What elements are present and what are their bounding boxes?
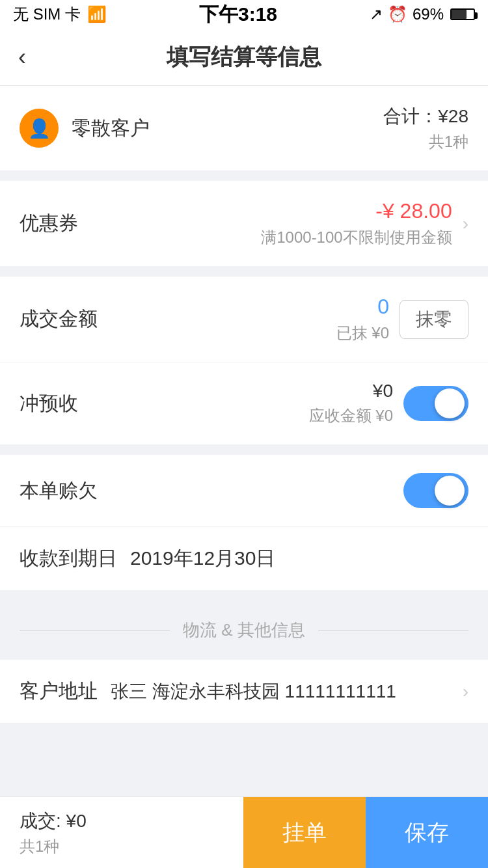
battery-percent: 69% xyxy=(413,5,444,23)
location-icon: ↗ xyxy=(370,5,383,23)
toggle-knob xyxy=(435,388,465,418)
prepaid-right: ¥0 应收金额 ¥0 xyxy=(309,381,468,426)
bottom-count: 共1种 xyxy=(20,836,224,857)
due-date-value: 2019年12月30日 xyxy=(130,545,275,572)
save-button[interactable]: 保存 xyxy=(366,797,488,868)
status-bar: 无 SIM 卡 📶 下午3:18 ↗ ⏰ 69% xyxy=(0,0,488,29)
customer-left: 👤 零散客户 xyxy=(20,109,150,148)
battery-icon xyxy=(450,8,475,20)
status-bar-left: 无 SIM 卡 📶 xyxy=(13,4,107,25)
round-zero-button[interactable]: 抹零 xyxy=(400,300,468,339)
customer-total: 合计：¥28 共1种 xyxy=(383,104,468,152)
status-bar-right: ↗ ⏰ 69% xyxy=(370,5,475,23)
coupon-row[interactable]: 优惠券 -¥ 28.00 满1000-100不限制使用金额 › xyxy=(0,181,488,266)
customer-section: 👤 零散客户 合计：¥28 共1种 xyxy=(0,86,488,170)
coupon-section[interactable]: 优惠券 -¥ 28.00 满1000-100不限制使用金额 › xyxy=(0,181,488,266)
due-date-row: 收款到期日 2019年12月30日 xyxy=(0,527,488,590)
carrier-label: 无 SIM 卡 xyxy=(13,4,81,25)
total-amount: 合计：¥28 xyxy=(383,104,468,129)
deal-value: 0 xyxy=(336,295,389,319)
debt-toggle[interactable] xyxy=(403,473,468,508)
coupon-desc: 满1000-100不限制使用金额 xyxy=(261,227,452,248)
back-button[interactable]: ‹ xyxy=(18,44,26,71)
debt-row: 本单赊欠 xyxy=(0,455,488,527)
deal-right: 0 已抹 ¥0 抹零 xyxy=(336,295,468,344)
debt-label: 本单赊欠 xyxy=(20,478,98,504)
chevron-right-icon: › xyxy=(463,213,468,234)
prepaid-value: ¥0 xyxy=(309,381,393,401)
bottom-bar: 成交: ¥0 共1种 挂单 保存 xyxy=(0,796,488,868)
bottom-deal-value: ¥0 xyxy=(66,811,87,831)
prepaid-toggle[interactable] xyxy=(403,386,468,421)
wifi-icon: 📶 xyxy=(87,5,107,23)
avatar-icon: 👤 xyxy=(28,118,51,139)
status-bar-time: 下午3:18 xyxy=(199,1,277,28)
bottom-info: 成交: ¥0 共1种 xyxy=(0,797,243,868)
divider-line-right xyxy=(318,630,468,631)
due-date-label: 收款到期日 xyxy=(20,545,117,572)
logistics-divider: 物流 & 其他信息 xyxy=(0,601,488,660)
coupon-discount: -¥ 28.00 xyxy=(261,199,452,223)
address-chevron-icon: › xyxy=(463,681,468,702)
logistics-label: 物流 & 其他信息 xyxy=(183,619,305,642)
customer-row: 👤 零散客户 合计：¥28 共1种 xyxy=(0,86,488,170)
address-section[interactable]: 客户地址 张三 海淀永丰科技园 11111111111 › xyxy=(0,660,488,723)
deal-section: 成交金额 0 已抹 ¥0 抹零 冲预收 ¥0 应收金额 ¥0 xyxy=(0,277,488,444)
debt-section: 本单赊欠 收款到期日 2019年12月30日 xyxy=(0,455,488,590)
deal-amount-row: 成交金额 0 已抹 ¥0 抹零 xyxy=(0,277,488,362)
customer-name: 零散客户 xyxy=(72,115,150,142)
coupon-right: -¥ 28.00 满1000-100不限制使用金额 › xyxy=(261,199,468,248)
prepaid-value-wrap: ¥0 应收金额 ¥0 xyxy=(309,381,393,426)
prepaid-row: 冲预收 ¥0 应收金额 ¥0 xyxy=(0,362,488,444)
coupon-value-wrap: -¥ 28.00 满1000-100不限制使用金额 xyxy=(261,199,452,248)
prepaid-sub: 应收金额 ¥0 xyxy=(309,405,393,426)
alarm-icon: ⏰ xyxy=(388,5,407,23)
prepaid-label: 冲预收 xyxy=(20,390,78,417)
hang-button[interactable]: 挂单 xyxy=(243,797,366,868)
nav-bar: ‹ 填写结算等信息 xyxy=(0,29,488,86)
deal-sub: 已抹 ¥0 xyxy=(336,323,389,344)
coupon-label: 优惠券 xyxy=(20,210,78,237)
total-count: 共1种 xyxy=(383,131,468,152)
debt-toggle-knob xyxy=(435,476,465,506)
avatar: 👤 xyxy=(20,109,59,148)
address-row[interactable]: 客户地址 张三 海淀永丰科技园 11111111111 › xyxy=(0,660,488,723)
content: 👤 零散客户 合计：¥28 共1种 优惠券 -¥ 28.00 满1000-100… xyxy=(0,86,488,811)
debt-right xyxy=(403,473,468,508)
page-title: 填写结算等信息 xyxy=(167,42,321,72)
deal-label: 成交金额 xyxy=(20,306,98,332)
deal-value-wrap: 0 已抹 ¥0 xyxy=(336,295,389,344)
divider-line-left xyxy=(20,630,170,631)
bottom-deal-label: 成交: xyxy=(20,811,61,831)
address-value: 张三 海淀永丰科技园 11111111111 xyxy=(111,679,463,704)
address-label: 客户地址 xyxy=(20,678,98,705)
bottom-deal-row: 成交: ¥0 xyxy=(20,809,224,834)
